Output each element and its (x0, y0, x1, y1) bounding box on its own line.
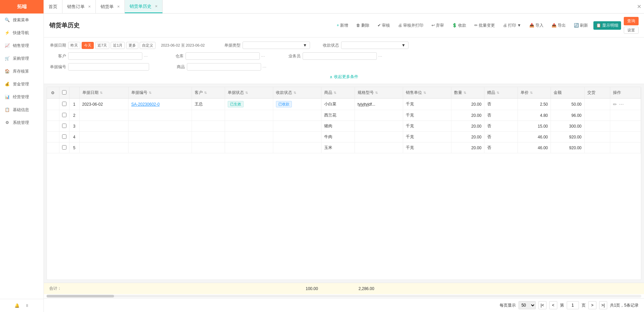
filter-business-input[interactable] (303, 52, 377, 60)
sidebar-item-search-menu[interactable]: 🔍 搜索菜单 (0, 14, 44, 26)
tab-sales-history-label: 销货单历史 (130, 3, 151, 9)
cell-docno-4[interactable] (129, 142, 192, 153)
refresh-button[interactable]: 🔄 刷新 (571, 21, 591, 30)
delete-button[interactable]: 🗑 删除 (354, 21, 372, 30)
filter-docno-input[interactable] (68, 63, 149, 71)
export-button[interactable]: 📤 导出 (549, 21, 568, 30)
date-today[interactable]: 今天 (82, 42, 94, 49)
sidebar-item-basic-info[interactable]: 📋 基础信息 (0, 103, 44, 116)
filter-collect-status-select[interactable]: ▼ (341, 42, 409, 49)
doc-no-link-0[interactable]: SA-20230602-0 (131, 102, 160, 107)
batch-change-button[interactable]: ✏ 批量变更 (472, 21, 498, 30)
cell-checkbox-0[interactable] (59, 99, 69, 110)
sidebar-item-sys-mgmt[interactable]: ⚙ 系统管理 (0, 116, 44, 129)
th-collect-status[interactable]: 收款状态 ⇅ (273, 87, 321, 99)
pause-icon[interactable]: ⏸ (25, 303, 29, 308)
th-doc-status[interactable]: 单据状态 ⇅ (225, 87, 273, 99)
page-first-button[interactable]: |< (538, 301, 547, 309)
doc-no-sort-icon: ⇅ (149, 91, 151, 95)
table-footer: 合计： 100.00 2,286.00 (44, 283, 644, 294)
page-next-button[interactable]: > (588, 301, 596, 309)
sidebar-item-inventory[interactable]: 🏠 库存核算 (0, 65, 44, 78)
sidebar-item-sales-mgmt[interactable]: 📈 销售管理 (0, 39, 44, 52)
abandon-button[interactable]: ↩ 弃审 (429, 21, 447, 30)
query-button[interactable]: 查询 (624, 17, 639, 25)
add-button[interactable]: + 新增 (334, 21, 351, 30)
goods-dots-button[interactable]: ··· (262, 64, 267, 70)
page-prev-button[interactable]: < (549, 301, 557, 309)
tab-sales-goods[interactable]: 销货单 ✕ (96, 0, 125, 13)
notification-icon[interactable]: 🔔 (15, 303, 20, 308)
cell-docno-3[interactable] (129, 132, 192, 142)
data-table: ⚙ 单据日期 ⇅ 单据编号 ⇅ (47, 87, 641, 153)
th-settings[interactable]: ⚙ (47, 87, 59, 99)
filter-warehouse-input[interactable] (186, 52, 260, 60)
filter-doc-type-select[interactable]: ▼ (243, 42, 310, 49)
print-button[interactable]: 🖨 打印 ▼ (500, 21, 524, 30)
th-price[interactable]: 单价 ⇅ (517, 87, 551, 99)
row-checkbox-1[interactable] (62, 113, 66, 117)
cell-trade-3 (584, 132, 610, 142)
scrollbar-track[interactable] (47, 295, 641, 297)
page-last-button[interactable]: >| (599, 301, 607, 309)
sidebar-item-quick-nav[interactable]: ⚡ 快捷导航 (0, 26, 44, 39)
scrollbar-thumb[interactable] (47, 295, 114, 297)
cell-docno-0[interactable]: SA-20230602-0 (129, 99, 192, 110)
filter-customer-input[interactable] (68, 52, 142, 60)
tab-sales-order[interactable]: 销售订单 ✕ (62, 0, 96, 13)
collect-button[interactable]: 💲 收款 (449, 21, 469, 30)
select-all-checkbox[interactable] (62, 90, 66, 95)
th-unit[interactable]: 销售单位 ⇅ (403, 87, 451, 99)
warehouse-dots-button[interactable]: ··· (261, 53, 265, 59)
audit-button[interactable]: ✔ 审核 (375, 21, 393, 30)
table-settings-icon[interactable]: ⚙ (51, 90, 55, 95)
collapse-button[interactable]: ∧ 收起更多条件 (49, 74, 639, 80)
cell-checkbox-2[interactable] (59, 121, 69, 132)
date-1month[interactable]: 近1月 (111, 42, 125, 49)
date-7days[interactable]: 近7天 (95, 42, 109, 49)
cell-amount-2: 300.00 (551, 121, 585, 132)
row-checkbox-3[interactable] (62, 134, 66, 139)
date-custom[interactable]: 自定义 (140, 42, 156, 49)
business-dots-button[interactable]: ··· (378, 53, 382, 59)
filter-goods-input[interactable] (187, 63, 261, 71)
page-size-select[interactable]: 50 100 200 (519, 301, 536, 309)
cell-gift-3: 否 (484, 132, 517, 142)
th-doc-date[interactable]: 单据日期 ⇅ (79, 87, 129, 99)
show-detail-button[interactable]: 📋 显示明细 (593, 21, 621, 30)
audit-print-button[interactable]: 🖨 审核并打印 (395, 21, 426, 30)
row-checkbox-4[interactable] (62, 145, 66, 150)
more-icon-0[interactable]: ⋯ (619, 102, 624, 107)
tab-sales-history-close[interactable]: ✕ (155, 4, 158, 8)
import-button[interactable]: 📥 导入 (527, 21, 546, 30)
edit-icon-0[interactable]: ✏ (613, 102, 617, 107)
date-more[interactable]: 更多 (126, 42, 138, 49)
th-gift[interactable]: 赠品 ⇅ (484, 87, 517, 99)
tab-home[interactable]: 首页 (44, 0, 62, 13)
row-checkbox-2[interactable] (62, 124, 66, 128)
sidebar-item-finance[interactable]: 💰 资金管理 (0, 78, 44, 90)
cell-checkbox-4[interactable] (59, 142, 69, 153)
sidebar-item-purchase-mgmt[interactable]: 🛒 采购管理 (0, 52, 44, 65)
th-spec[interactable]: 规格型号 ⇅ (355, 87, 403, 99)
cell-docno-2[interactable] (129, 121, 192, 132)
customer-dots-button[interactable]: ··· (144, 53, 148, 59)
row-checkbox-0[interactable] (62, 102, 66, 106)
settings-button[interactable]: 设置 (624, 27, 639, 34)
tab-sales-goods-close[interactable]: ✕ (117, 5, 120, 8)
cell-docno-1[interactable] (129, 110, 192, 121)
tab-bar-close[interactable]: ✕ (637, 3, 644, 10)
cell-checkbox-3[interactable] (59, 132, 69, 142)
tab-sales-history[interactable]: 销货单历史 ✕ (125, 0, 163, 13)
th-doc-no[interactable]: 单据编号 ⇅ (129, 87, 192, 99)
th-qty[interactable]: 数量 ⇅ (451, 87, 484, 99)
page-number-input[interactable] (567, 301, 579, 309)
tab-sales-order-close[interactable]: ✕ (88, 5, 91, 8)
cell-checkbox-1[interactable] (59, 110, 69, 121)
filter-row-2: 客户 ··· 仓库 ··· 业务员 ··· (49, 52, 639, 60)
sidebar-item-ops[interactable]: 📊 经营管理 (0, 90, 44, 103)
th-goods[interactable]: 商品 ⇅ (321, 87, 355, 99)
filter-date-label: 单据日期 (49, 43, 66, 48)
th-customer[interactable]: 客户 ⇅ (192, 87, 225, 99)
date-yesterday[interactable]: 昨天 (68, 42, 80, 49)
